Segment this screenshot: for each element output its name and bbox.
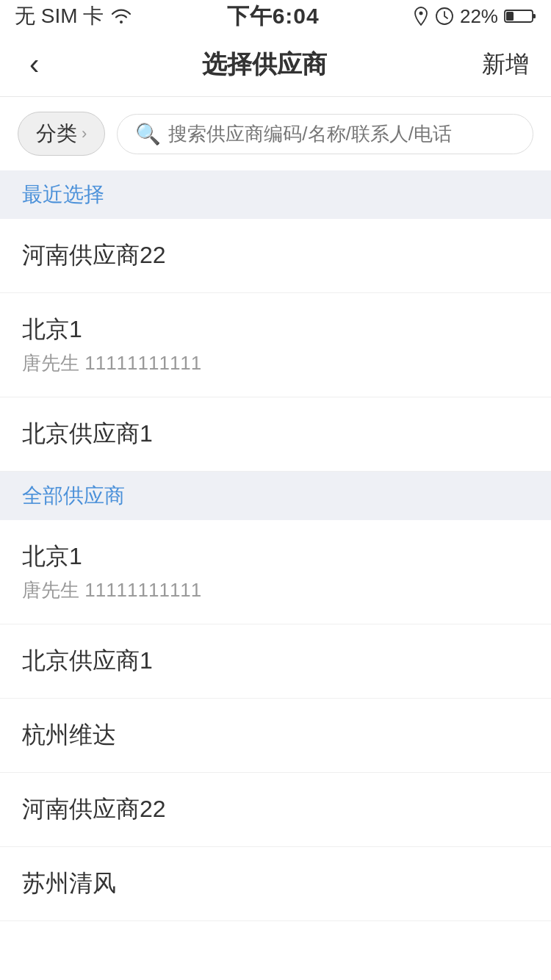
all-label: 全部供应商 <box>22 484 125 507</box>
list-item[interactable]: 苏州清风 <box>0 847 551 921</box>
list-item[interactable]: 河南供应商22 <box>0 773 551 847</box>
list-item[interactable]: 北京供应商1 <box>0 397 551 472</box>
item-name: 河南供应商22 <box>22 239 529 272</box>
list-item[interactable]: 北京1唐先生 11111111111 <box>0 293 551 397</box>
no-sim-label: 无 SIM 卡 <box>15 2 104 30</box>
nav-bar: ‹ 选择供应商 新增 <box>0 32 551 97</box>
item-name: 杭州维达 <box>22 719 529 752</box>
svg-point-0 <box>419 12 422 15</box>
status-left: 无 SIM 卡 <box>15 2 133 30</box>
item-sub: 唐先生 11111111111 <box>22 577 529 603</box>
all-list: 北京1唐先生 11111111111北京供应商1杭州维达河南供应商22苏州清风 <box>0 520 551 921</box>
page-title: 选择供应商 <box>202 48 327 82</box>
list-item[interactable]: 北京供应商1 <box>0 624 551 699</box>
search-input[interactable] <box>168 123 515 145</box>
status-right: 22% <box>413 5 536 28</box>
recent-list: 河南供应商22北京1唐先生 11111111111北京供应商1 <box>0 219 551 472</box>
wifi-icon <box>109 7 133 25</box>
status-time: 下午6:04 <box>227 1 320 32</box>
item-name: 苏州清风 <box>22 868 529 900</box>
item-sub: 唐先生 11111111111 <box>22 350 529 376</box>
category-button[interactable]: 分类 › <box>18 112 105 156</box>
list-item[interactable]: 北京1唐先生 11111111111 <box>0 520 551 624</box>
list-item[interactable]: 河南供应商22 <box>0 219 551 293</box>
status-bar: 无 SIM 卡 下午6:04 22% <box>0 0 551 32</box>
search-box[interactable]: 🔍 <box>117 114 533 154</box>
svg-rect-3 <box>533 14 536 18</box>
all-section-header: 全部供应商 <box>0 472 551 520</box>
battery-icon <box>504 8 536 24</box>
chevron-right-icon: › <box>82 124 87 143</box>
location-icon <box>413 7 429 26</box>
item-name: 北京供应商1 <box>22 645 529 677</box>
filter-bar: 分类 › 🔍 <box>0 97 551 170</box>
category-label: 分类 <box>36 120 77 148</box>
item-name: 河南供应商22 <box>22 793 529 826</box>
recent-section-header: 最近选择 <box>0 170 551 219</box>
battery-label: 22% <box>460 5 498 28</box>
item-name: 北京1 <box>22 314 529 346</box>
item-name: 北京供应商1 <box>22 418 529 450</box>
item-name: 北京1 <box>22 541 529 573</box>
list-item[interactable]: 杭州维达 <box>0 699 551 773</box>
add-button[interactable]: 新增 <box>482 48 529 81</box>
svg-rect-4 <box>506 12 514 21</box>
clock-icon <box>435 7 454 26</box>
search-icon: 🔍 <box>135 122 161 146</box>
back-button[interactable]: ‹ <box>22 40 46 88</box>
recent-label: 最近选择 <box>22 183 104 206</box>
